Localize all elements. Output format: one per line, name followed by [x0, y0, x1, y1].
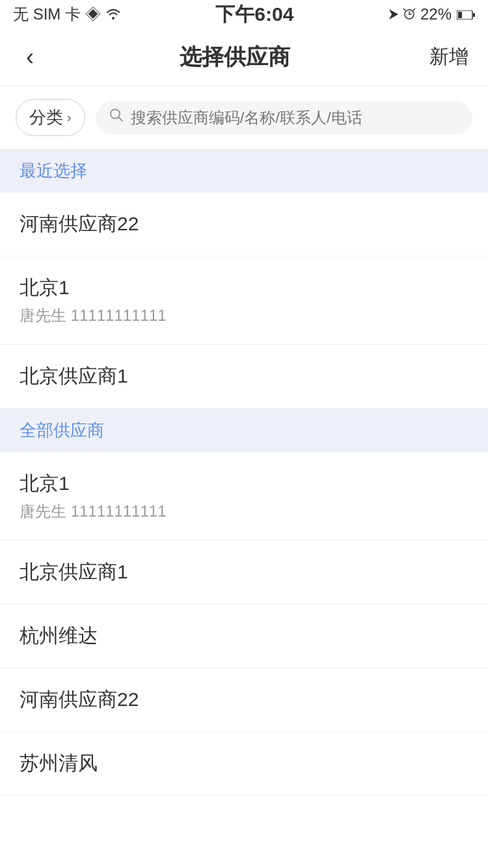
- search-area: 分类 ›: [0, 86, 488, 149]
- add-button[interactable]: 新增: [429, 44, 468, 70]
- battery-percent: 22%: [420, 5, 452, 23]
- nav-bar: ‹ 选择供应商 新增: [0, 29, 488, 86]
- search-input[interactable]: [131, 109, 459, 127]
- search-icon: [109, 107, 124, 128]
- item-sub: 唐先生 11111111111: [20, 305, 468, 326]
- all-section-title: 全部供应商: [20, 420, 104, 440]
- page-title: 选择供应商: [180, 42, 290, 72]
- item-name: 河南供应商22: [20, 686, 468, 713]
- all-list-item[interactable]: 北京1唐先生 11111111111: [0, 452, 488, 541]
- status-right: 22%: [389, 5, 475, 23]
- all-list-item[interactable]: 苏州清风: [0, 732, 488, 796]
- item-name: 北京1: [20, 470, 468, 497]
- svg-rect-5: [458, 12, 462, 18]
- battery-icon: [457, 5, 475, 23]
- recent-list-item[interactable]: 河南供应商22: [0, 193, 488, 256]
- item-sub: 唐先生 11111111111: [20, 501, 468, 522]
- recent-items-list: 河南供应商22北京1唐先生 11111111111北京供应商1: [0, 193, 488, 409]
- all-section-header: 全部供应商: [0, 409, 488, 452]
- item-name: 北京供应商1: [20, 559, 468, 586]
- alarm-icon: [403, 5, 415, 23]
- status-bar: 无 SIM 卡 ◈ 下午6:04 22%: [0, 0, 488, 29]
- recent-section-title: 最近选择: [20, 161, 87, 180]
- recent-list-item[interactable]: 北京供应商1: [0, 345, 488, 409]
- status-time: 下午6:04: [215, 1, 293, 28]
- sim-status: 无 SIM 卡 ◈: [13, 4, 101, 25]
- category-label: 分类: [29, 106, 63, 129]
- category-filter-button[interactable]: 分类 ›: [16, 99, 85, 136]
- item-name: 北京1: [20, 275, 468, 301]
- location-icon: [389, 5, 398, 23]
- status-left: 无 SIM 卡 ◈: [13, 4, 120, 25]
- all-list-item[interactable]: 杭州维达: [0, 604, 488, 668]
- all-list-item[interactable]: 北京供应商1: [0, 541, 488, 604]
- item-name: 河南供应商22: [20, 211, 468, 237]
- wifi-icon: [106, 5, 120, 23]
- chevron-right-icon: ›: [67, 110, 72, 125]
- item-name: 北京供应商1: [20, 363, 468, 390]
- recent-section-header: 最近选择: [0, 149, 488, 193]
- all-list-item[interactable]: 河南供应商22: [0, 668, 488, 732]
- svg-rect-6: [473, 13, 475, 17]
- item-name: 苏州清风: [20, 750, 468, 777]
- search-wrapper[interactable]: [96, 101, 472, 134]
- all-items-list: 北京1唐先生 11111111111北京供应商1杭州维达河南供应商22苏州清风: [0, 452, 488, 796]
- svg-line-8: [118, 118, 122, 122]
- back-button[interactable]: ‹: [20, 37, 40, 77]
- item-name: 杭州维达: [20, 623, 468, 649]
- svg-marker-0: [389, 9, 398, 20]
- recent-list-item[interactable]: 北京1唐先生 11111111111: [0, 256, 488, 345]
